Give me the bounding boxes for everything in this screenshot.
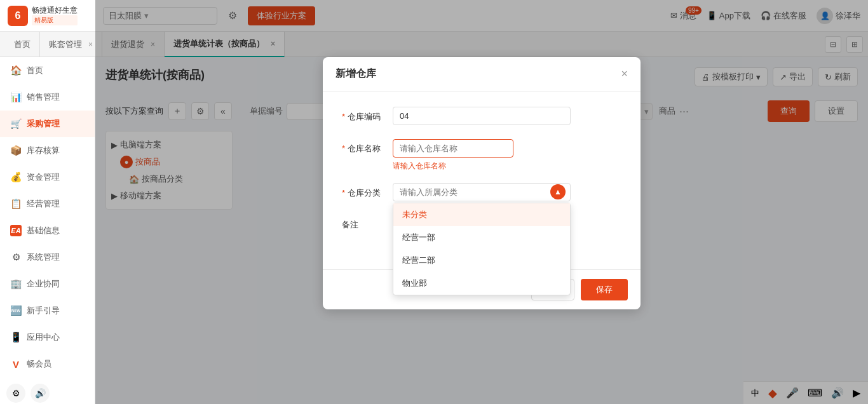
category-option-dept3[interactable]: 物业部 (393, 272, 570, 295)
name-label: * 仓库名称 (342, 138, 393, 159)
logo-icon: 6 (8, 6, 28, 26)
category-required-mark: * (342, 188, 345, 198)
tab-accounts-label: 账套管理 (49, 39, 82, 50)
category-dropdown-list: 未分类 经营一部 经营二部 物业部 (393, 203, 571, 295)
sidebar: 🏠 首页 📊 销售管理 🛒 采购管理 📦 库存核算 💰 资金管理 📋 经营管理 … (0, 57, 95, 404)
sidebar-item-inventory[interactable]: 📦 库存核算 (0, 137, 95, 164)
sidebar-item-guide-label: 新手引导 (27, 305, 60, 316)
app-edition: 精易版 (32, 15, 78, 25)
sidebar-item-enterprise[interactable]: 🏢 企业协同 (0, 271, 95, 297)
code-required-mark: * (342, 112, 345, 121)
sidebar-item-home-label: 首页 (27, 65, 43, 76)
category-option-dept1[interactable]: 经营一部 (393, 226, 570, 249)
category-option-none[interactable]: 未分类 (393, 203, 570, 226)
notes-label: 备注 (342, 215, 393, 235)
inventory-icon: 📦 (10, 145, 22, 156)
category-dropdown-toggle[interactable]: ▲ (550, 184, 566, 199)
basic-icon: EA (10, 225, 22, 236)
finance-icon: 💰 (10, 172, 22, 183)
category-input[interactable] (393, 183, 571, 201)
modal-close-btn[interactable]: × (621, 68, 628, 79)
sidebar-item-system[interactable]: ⚙ 系统管理 (0, 244, 95, 271)
home-icon: 🏠 (10, 65, 22, 76)
system-icon: ⚙ (10, 252, 22, 263)
sidebar-item-basic-label: 基础信息 (27, 225, 60, 236)
sidebar-item-guide[interactable]: 🆕 新手引导 (0, 297, 95, 324)
guide-icon: 🆕 (10, 305, 22, 316)
sidebar-settings-btn[interactable]: ⚙ (6, 384, 25, 403)
sidebar-item-appcenter[interactable]: 📱 应用中心 (0, 324, 95, 351)
tab-accounts-close[interactable]: × (88, 40, 93, 49)
name-required-mark: * (342, 144, 345, 153)
modal-header: 新增仓库 × (323, 57, 641, 91)
sidebar-collapse-btn[interactable]: 🔊 (31, 384, 50, 403)
modal-overlay[interactable]: 新增仓库 × * 仓库编码 * 仓库名称 (95, 0, 868, 404)
sidebar-item-sales[interactable]: 📊 销售管理 (0, 84, 95, 111)
sidebar-item-vip-label: 畅会员 (27, 358, 51, 370)
sidebar-item-system-label: 系统管理 (27, 252, 60, 263)
category-dropdown-wrapper: ▲ 未分类 经营一部 经营二部 物业部 (393, 183, 571, 201)
sidebar-bottom: ⚙ 🔊 (0, 377, 95, 404)
modal-title: 新增仓库 (336, 67, 376, 81)
name-input[interactable] (393, 139, 513, 158)
save-btn[interactable]: 保存 (581, 279, 628, 300)
sidebar-item-operations[interactable]: 📋 经营管理 (0, 191, 95, 217)
tab-home[interactable]: 首页 (5, 32, 40, 57)
enterprise-icon: 🏢 (10, 278, 22, 290)
sidebar-item-purchase[interactable]: 🛒 采购管理 (0, 111, 95, 137)
sidebar-item-basic[interactable]: EA 基础信息 (0, 217, 95, 244)
sidebar-item-vip[interactable]: V 畅会员 (0, 351, 95, 377)
sidebar-item-purchase-label: 采购管理 (27, 118, 60, 130)
sidebar-item-inventory-label: 库存核算 (27, 145, 60, 156)
sidebar-item-operations-label: 经营管理 (27, 198, 60, 210)
sidebar-item-finance[interactable]: 💰 资金管理 (0, 164, 95, 191)
operations-icon: 📋 (10, 198, 22, 210)
logo-area: 6 畅捷通好生意 精易版 (8, 6, 103, 26)
category-label: * 仓库分类 (342, 183, 393, 203)
category-option-dept2[interactable]: 经营二部 (393, 249, 570, 272)
add-warehouse-modal: 新增仓库 × * 仓库编码 * 仓库名称 (323, 57, 641, 309)
appcenter-icon: 📱 (10, 332, 22, 343)
tab-home-label: 首页 (14, 39, 31, 50)
purchase-icon: 🛒 (10, 118, 22, 130)
category-field-row: * 仓库分类 ▲ 未分类 经营一部 经营二部 物业部 (342, 183, 621, 203)
sidebar-item-appcenter-label: 应用中心 (27, 332, 60, 343)
sales-icon: 📊 (10, 91, 22, 103)
app-name: 畅捷通好生意 (32, 6, 78, 16)
sidebar-item-finance-label: 资金管理 (27, 172, 60, 183)
modal-body: * 仓库编码 * 仓库名称 请输入仓库名称 (323, 91, 641, 269)
sidebar-item-sales-label: 销售管理 (27, 91, 60, 103)
sidebar-item-enterprise-label: 企业协同 (27, 278, 60, 290)
sidebar-item-home[interactable]: 🏠 首页 (0, 57, 95, 84)
code-label: * 仓库编码 (342, 107, 393, 127)
name-field-row: * 仓库名称 请输入仓库名称 (342, 138, 621, 172)
vip-icon: V (10, 358, 22, 370)
code-field-row: * 仓库编码 (342, 107, 621, 127)
code-input[interactable] (393, 107, 571, 125)
name-error-tip: 请输入仓库名称 (393, 161, 446, 170)
tab-accounts[interactable]: 账套管理 × (40, 32, 102, 57)
